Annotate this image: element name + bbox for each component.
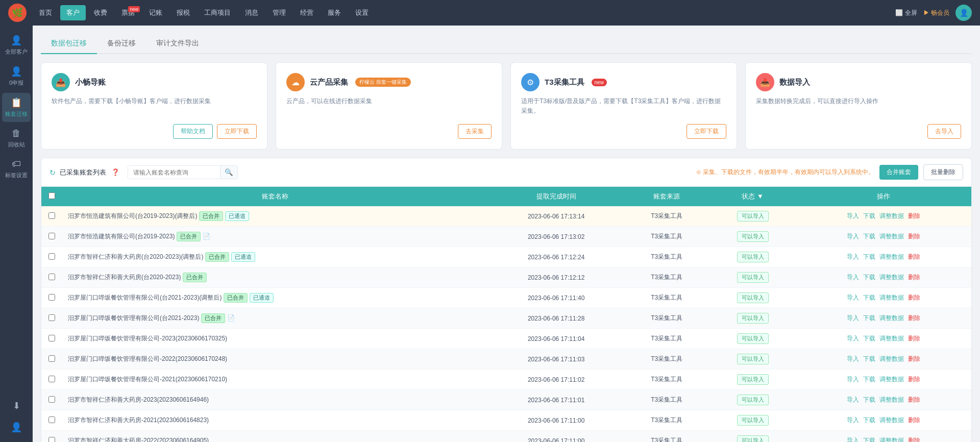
merge-account-button[interactable]: 合并账套 [879, 165, 918, 180]
row-checkbox[interactable] [48, 253, 55, 260]
download-now-button[interactable]: 立即下载 [217, 124, 257, 139]
nav-home[interactable]: 首页 [33, 5, 58, 20]
row-checkbox[interactable] [48, 294, 55, 301]
fullscreen-btn[interactable]: ⬜ 全屏 [895, 9, 917, 17]
nav-accounting[interactable]: 记账 [143, 5, 168, 20]
action-导入[interactable]: 导入 [847, 274, 859, 281]
action-下载[interactable]: 下载 [863, 253, 875, 260]
sidebar-item-tag-settings[interactable]: 🏷 标签设置 [2, 155, 31, 183]
action-调整数据[interactable]: 调整数据 [879, 274, 904, 281]
action-删除[interactable]: 删除 [908, 335, 920, 342]
action-导入[interactable]: 导入 [847, 355, 859, 362]
action-删除[interactable]: 删除 [908, 294, 920, 301]
t3-icon: ⚙ [521, 73, 540, 91]
action-导入[interactable]: 导入 [847, 294, 859, 301]
action-调整数据[interactable]: 调整数据 [879, 212, 904, 219]
action-导入[interactable]: 导入 [847, 437, 859, 442]
select-all-checkbox[interactable] [48, 192, 55, 199]
action-删除[interactable]: 删除 [908, 274, 920, 281]
row-checkbox[interactable] [48, 212, 55, 219]
action-下载[interactable]: 下载 [863, 416, 875, 424]
user-avatar[interactable]: 👤 [955, 5, 972, 21]
action-删除[interactable]: 删除 [908, 314, 920, 322]
row-checkbox[interactable] [48, 233, 55, 239]
help-doc-button[interactable]: 帮助文档 [173, 124, 213, 139]
action-导入[interactable]: 导入 [847, 396, 859, 403]
nav-settings[interactable]: 设置 [349, 5, 375, 20]
row-status: 可以导入 [709, 247, 795, 267]
sidebar-item-account-migration[interactable]: 📋 账套迁移 [2, 93, 31, 122]
action-删除[interactable]: 删除 [908, 376, 920, 383]
member-btn[interactable]: ▶ 畅会员 [923, 9, 949, 17]
row-checkbox[interactable] [48, 314, 55, 321]
action-下载[interactable]: 下载 [863, 314, 875, 322]
nav-invoice[interactable]: 票据 new [115, 5, 141, 20]
tab-audit-export[interactable]: 审计文件导出 [146, 34, 209, 54]
action-调整数据[interactable]: 调整数据 [879, 253, 904, 260]
refresh-icon[interactable]: ↻ [50, 168, 56, 177]
action-导入[interactable]: 导入 [847, 335, 859, 342]
help-circle-icon[interactable]: ❓ [111, 168, 119, 176]
nav-service[interactable]: 服务 [322, 5, 347, 20]
action-删除[interactable]: 删除 [908, 253, 920, 260]
tab-data-migration[interactable]: 数据包迁移 [41, 34, 97, 54]
action-删除[interactable]: 删除 [908, 233, 920, 240]
row-checkbox[interactable] [48, 355, 55, 362]
action-删除[interactable]: 删除 [908, 396, 920, 403]
status-badge: 可以导入 [737, 374, 769, 385]
nav-customer[interactable]: 客户 [60, 5, 86, 20]
action-下载[interactable]: 下载 [863, 233, 875, 240]
action-导入[interactable]: 导入 [847, 253, 859, 260]
batch-delete-button[interactable]: 批量删除 [923, 164, 963, 180]
action-调整数据[interactable]: 调整数据 [879, 233, 904, 240]
row-checkbox[interactable] [48, 376, 55, 382]
action-删除[interactable]: 删除 [908, 416, 920, 424]
sidebar-item-zero-report[interactable]: 👤 0申报 [2, 62, 31, 91]
action-调整数据[interactable]: 调整数据 [879, 314, 904, 322]
action-调整数据[interactable]: 调整数据 [879, 335, 904, 342]
download-t3-button[interactable]: 立即下载 [687, 124, 726, 139]
action-下载[interactable]: 下载 [863, 396, 875, 403]
nav-business[interactable]: 工商项目 [198, 5, 237, 20]
action-导入[interactable]: 导入 [847, 212, 859, 219]
action-导入[interactable]: 导入 [847, 233, 859, 240]
go-collect-button[interactable]: 去采集 [458, 124, 492, 139]
action-删除[interactable]: 删除 [908, 212, 920, 219]
row-checkbox[interactable] [48, 396, 55, 403]
action-删除[interactable]: 删除 [908, 437, 920, 442]
action-调整数据[interactable]: 调整数据 [879, 294, 904, 301]
tab-backup-migration[interactable]: 备份迁移 [97, 34, 146, 54]
action-调整数据[interactable]: 调整数据 [879, 437, 904, 442]
action-导入[interactable]: 导入 [847, 376, 859, 383]
go-import-button[interactable]: 去导入 [927, 124, 961, 139]
action-下载[interactable]: 下载 [863, 274, 875, 281]
action-调整数据[interactable]: 调整数据 [879, 396, 904, 403]
row-checkbox[interactable] [48, 274, 55, 280]
search-input[interactable] [128, 166, 220, 179]
row-checkbox[interactable] [48, 335, 55, 341]
action-调整数据[interactable]: 调整数据 [879, 416, 904, 424]
row-checkbox[interactable] [48, 416, 55, 423]
action-导入[interactable]: 导入 [847, 314, 859, 322]
action-下载[interactable]: 下载 [863, 212, 875, 219]
action-下载[interactable]: 下载 [863, 376, 875, 383]
action-导入[interactable]: 导入 [847, 416, 859, 424]
nav-billing[interactable]: 收费 [88, 5, 113, 20]
action-删除[interactable]: 删除 [908, 355, 920, 362]
action-下载[interactable]: 下载 [863, 335, 875, 342]
nav-tax[interactable]: 报税 [170, 5, 196, 20]
action-调整数据[interactable]: 调整数据 [879, 376, 904, 383]
action-下载[interactable]: 下载 [863, 294, 875, 301]
nav-operation[interactable]: 经营 [294, 5, 320, 20]
nav-manage[interactable]: 管理 [266, 5, 292, 20]
sidebar-user[interactable]: 👤 [2, 418, 31, 437]
sidebar-download[interactable]: ⬇ [2, 396, 31, 415]
action-下载[interactable]: 下载 [863, 437, 875, 442]
sidebar-item-all-customers[interactable]: 👤 全部客户 [2, 31, 31, 60]
search-button[interactable]: 🔍 [220, 166, 237, 179]
row-checkbox[interactable] [48, 437, 55, 443]
action-下载[interactable]: 下载 [863, 355, 875, 362]
sidebar-item-recycle[interactable]: 🗑 回收站 [2, 124, 31, 153]
action-调整数据[interactable]: 调整数据 [879, 355, 904, 362]
nav-message[interactable]: 消息 [239, 5, 264, 20]
